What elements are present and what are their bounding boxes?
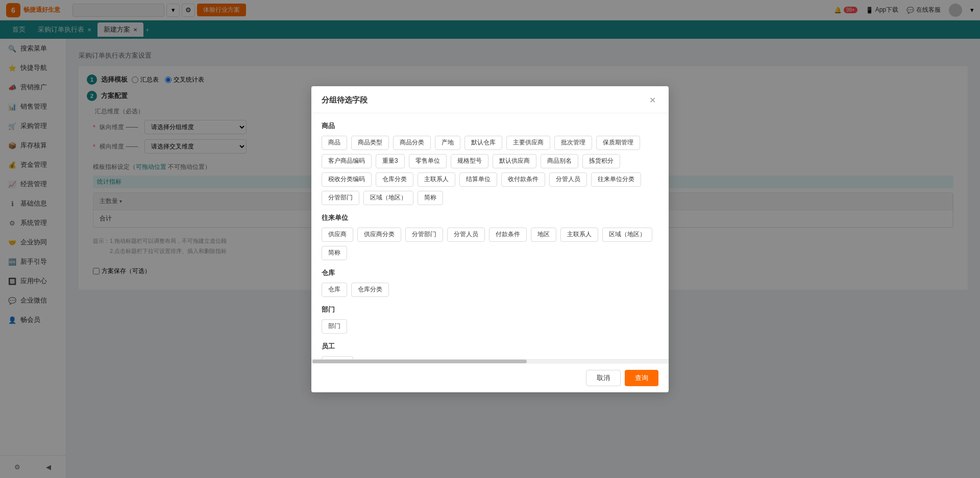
cancel-button[interactable]: 取消 [586, 370, 621, 386]
field-default-warehouse[interactable]: 默认仓库 [464, 136, 502, 150]
field-select-modal: 分组待选字段 ✕ 商品 商品 商品类型 商品分类 产地 默认仓库 主要供应商 批… [311, 86, 669, 392]
section-warehouse: 仓库 仓库 仓库分类 [322, 268, 658, 297]
field-settlement-unit[interactable]: 结算单位 [459, 172, 497, 187]
field-partner-contact[interactable]: 主联系人 [560, 228, 598, 242]
field-partner-dept[interactable]: 分管部门 [405, 228, 443, 242]
field-supervisor[interactable]: 分管人员 [549, 172, 587, 187]
section-dept-title: 部门 [322, 305, 658, 314]
field-product-alias[interactable]: 商品别名 [541, 154, 578, 168]
field-expiry-management[interactable]: 保质期管理 [596, 136, 640, 150]
field-main-contact[interactable]: 主联系人 [418, 172, 455, 187]
section-partner: 往来单位 供应商 供应商分类 分管部门 分管人员 付款条件 地区 主联系人 区域… [322, 213, 658, 260]
modal-footer: 取消 查询 [311, 363, 669, 392]
field-warehouse-category[interactable]: 仓库分类 [376, 172, 413, 187]
field-product[interactable]: 商品 [322, 136, 347, 150]
field-default-supplier[interactable]: 默认供应商 [493, 154, 536, 168]
modal-horizontal-scrollbar[interactable] [311, 359, 669, 363]
section-warehouse-tags: 仓库 仓库分类 [322, 283, 658, 297]
field-customer-product-code[interactable]: 客户商品编码 [322, 154, 372, 168]
field-batch-management[interactable]: 批次管理 [554, 136, 592, 150]
field-spec-model[interactable]: 规格型号 [451, 154, 488, 168]
field-main-supplier[interactable]: 主要供应商 [506, 136, 550, 150]
field-partner-payment[interactable]: 付款条件 [489, 228, 527, 242]
field-counterpart-category[interactable]: 往来单位分类 [591, 172, 641, 187]
section-employee: 员工 业务员 [322, 342, 658, 359]
modal-header: 分组待选字段 ✕ [311, 86, 669, 113]
field-area[interactable]: 区域（地区） [363, 191, 413, 205]
field-partner-person[interactable]: 分管人员 [447, 228, 485, 242]
modal-body[interactable]: 商品 商品 商品类型 商品分类 产地 默认仓库 主要供应商 批次管理 保质期管理… [311, 113, 669, 359]
field-payment-terms[interactable]: 收付款条件 [501, 172, 545, 187]
field-retail-unit[interactable]: 零售单位 [409, 154, 447, 168]
modal-close-button[interactable]: ✕ [646, 94, 658, 107]
field-tax-code[interactable]: 税收分类编码 [322, 172, 372, 187]
section-employee-title: 员工 [322, 342, 658, 351]
field-warehouse[interactable]: 仓库 [322, 283, 347, 297]
modal-title: 分组待选字段 [322, 95, 368, 105]
section-product: 商品 商品 商品类型 商品分类 产地 默认仓库 主要供应商 批次管理 保质期管理… [322, 121, 658, 205]
field-weight3[interactable]: 重量3 [376, 154, 405, 168]
field-origin[interactable]: 产地 [435, 136, 460, 150]
section-product-title: 商品 [322, 121, 658, 131]
section-warehouse-title: 仓库 [322, 268, 658, 278]
field-partner-short-name[interactable]: 简称 [322, 246, 347, 260]
field-warehouse-category2[interactable]: 仓库分类 [351, 283, 389, 297]
section-partner-title: 往来单位 [322, 213, 658, 222]
field-partner-area[interactable]: 地区 [531, 228, 556, 242]
field-partner-region[interactable]: 区域（地区） [602, 228, 652, 242]
section-dept: 部门 部门 [322, 305, 658, 334]
field-manage-dept[interactable]: 分管部门 [322, 191, 359, 205]
section-dept-tags: 部门 [322, 319, 658, 334]
field-product-category[interactable]: 商品分类 [393, 136, 431, 150]
section-product-tags: 商品 商品类型 商品分类 产地 默认仓库 主要供应商 批次管理 保质期管理 客户… [322, 136, 658, 205]
field-short-name[interactable]: 简称 [418, 191, 443, 205]
field-supplier[interactable]: 供应商 [322, 228, 353, 242]
modal-overlay: 分组待选字段 ✕ 商品 商品 商品类型 商品分类 产地 默认仓库 主要供应商 批… [0, 0, 980, 478]
field-pick-points[interactable]: 拣货积分 [582, 154, 620, 168]
field-dept[interactable]: 部门 [322, 319, 347, 334]
field-supplier-category[interactable]: 供应商分类 [357, 228, 401, 242]
confirm-button[interactable]: 查询 [625, 370, 658, 386]
field-product-type[interactable]: 商品类型 [351, 136, 389, 150]
section-partner-tags: 供应商 供应商分类 分管部门 分管人员 付款条件 地区 主联系人 区域（地区） … [322, 228, 658, 260]
